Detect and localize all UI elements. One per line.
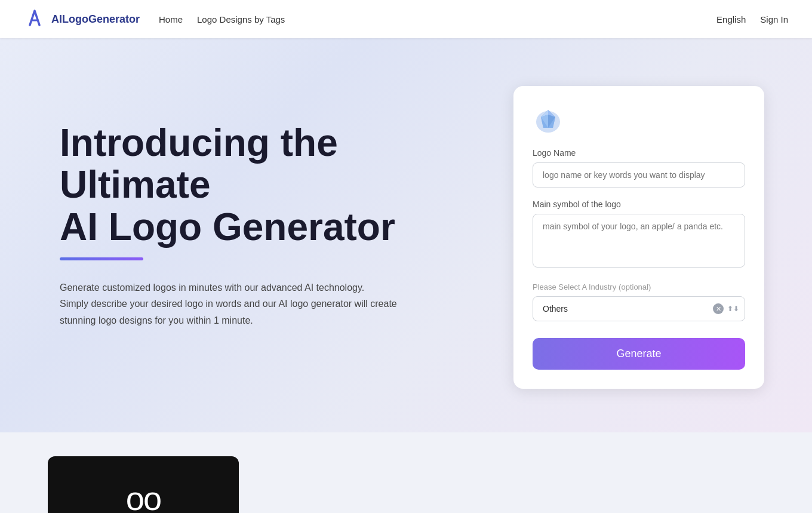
form-card: Logo Name Main symbol of the logo Please… <box>513 86 764 389</box>
nav-links: Home Logo Designs by Tags <box>159 14 285 24</box>
brand-name: AILogoGenerator <box>51 13 140 26</box>
language-button[interactable]: English <box>716 14 746 24</box>
generate-button[interactable]: Generate <box>533 338 745 370</box>
industry-label: Please Select A Industry (optional) <box>533 282 745 291</box>
preview-card: oo <box>48 456 239 513</box>
select-clear-button[interactable]: ✕ <box>713 303 724 314</box>
signin-button[interactable]: Sign In <box>760 14 788 24</box>
form-icon <box>533 105 564 136</box>
industry-select-wrapper: Others Technology Finance Healthcare Edu… <box>533 296 745 321</box>
symbol-textarea[interactable] <box>533 214 745 268</box>
logo-name-label: Logo Name <box>533 148 745 158</box>
hero-left: Introducing the Ultimate AI Logo Generat… <box>60 86 397 328</box>
hero-description: Generate customized logos in minutes wit… <box>60 279 397 328</box>
preview-logo: oo <box>126 479 161 514</box>
hero-title: Introducing the Ultimate AI Logo Generat… <box>60 122 397 248</box>
brand-icon <box>24 8 45 30</box>
hero-underline <box>60 257 143 260</box>
navbar-right: English Sign In <box>716 14 788 24</box>
logo-name-input[interactable] <box>533 162 745 188</box>
brand-logo[interactable]: AILogoGenerator <box>24 8 140 30</box>
nav-home[interactable]: Home <box>159 14 183 24</box>
navbar: AILogoGenerator Home Logo Designs by Tag… <box>0 0 812 38</box>
hero-section: Introducing the Ultimate AI Logo Generat… <box>0 38 812 432</box>
hero-title-line1: Introducing the <box>60 121 338 164</box>
symbol-label: Main symbol of the logo <box>533 199 745 209</box>
nav-logo-designs[interactable]: Logo Designs by Tags <box>197 14 285 24</box>
bottom-section: oo <box>0 432 812 513</box>
hero-title-line2: Ultimate <box>60 163 211 206</box>
hero-title-line3: AI Logo Generator <box>60 205 395 248</box>
navbar-left: AILogoGenerator Home Logo Designs by Tag… <box>24 8 285 30</box>
